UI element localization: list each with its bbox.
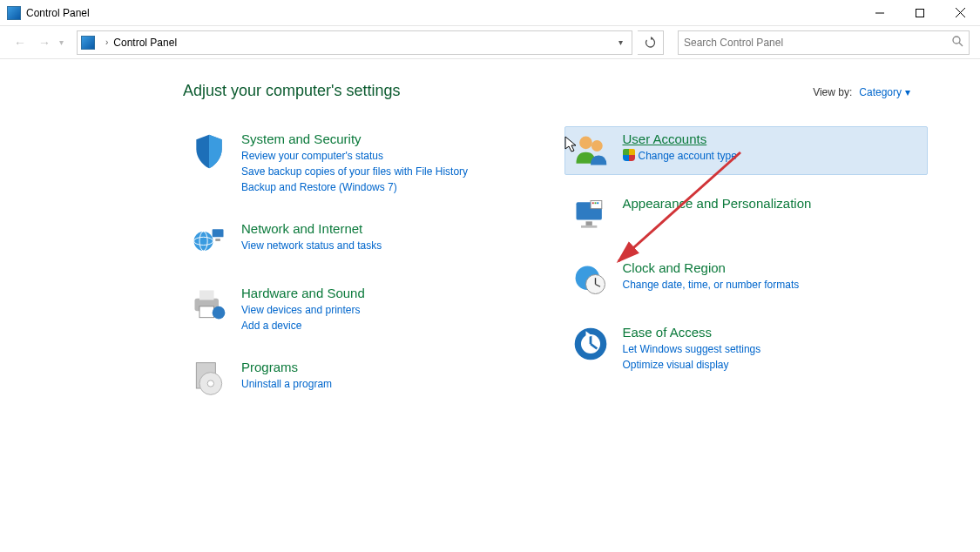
category-link[interactable]: Save backup copies of your files with Fi…	[241, 164, 540, 179]
shield-icon	[190, 131, 228, 170]
svg-point-17	[207, 380, 213, 387]
minimize-button[interactable]	[860, 0, 900, 25]
category-link[interactable]: View devices and printers	[241, 302, 540, 318]
view-by-value: Category	[859, 86, 902, 98]
search-icon	[951, 35, 963, 50]
title-bar: Control Panel	[0, 0, 980, 26]
category-clock-region[interactable]: Clock and Region Change date, time, or n…	[564, 255, 929, 304]
svg-rect-22	[591, 202, 593, 204]
app-icon	[7, 6, 21, 20]
refresh-button[interactable]	[638, 30, 664, 55]
svg-line-5	[959, 43, 963, 46]
forward-button[interactable]: →	[35, 33, 54, 52]
clock-globe-icon	[571, 260, 610, 299]
category-link[interactable]: View network status and tasks	[241, 238, 540, 253]
close-icon	[956, 8, 965, 17]
category-column-right: User Accounts Change account type Appear…	[564, 126, 929, 419]
address-bar[interactable]: › Control Panel ▾	[77, 30, 632, 55]
category-appearance-personalization[interactable]: Appearance and Personalization	[564, 191, 929, 239]
svg-rect-9	[213, 229, 224, 237]
svg-point-18	[579, 137, 592, 150]
access-icon	[571, 325, 610, 363]
globe-icon	[190, 221, 228, 259]
svg-point-4	[953, 37, 960, 44]
category-title[interactable]: Programs	[241, 360, 540, 374]
category-network-internet[interactable]: Network and Internet View network status…	[183, 216, 547, 265]
category-link[interactable]: Optimize visual display	[623, 357, 922, 373]
view-by-control: View by: Category ▾	[813, 86, 910, 98]
svg-point-19	[591, 140, 602, 151]
category-link[interactable]: Backup and Restore (Windows 7)	[241, 179, 540, 195]
category-programs[interactable]: Programs Uninstall a program	[183, 354, 547, 403]
search-input[interactable]	[684, 37, 951, 49]
maximize-icon	[916, 9, 924, 17]
category-title[interactable]: Network and Internet	[241, 221, 540, 236]
category-link[interactable]: Change account type	[623, 148, 922, 164]
svg-rect-12	[199, 291, 214, 300]
address-text[interactable]: Control Panel	[113, 37, 613, 49]
chevron-right-icon: ›	[105, 37, 108, 47]
svg-rect-13	[199, 306, 214, 318]
svg-rect-26	[581, 226, 597, 228]
category-title[interactable]: Hardware and Sound	[241, 286, 540, 300]
category-title[interactable]: Appearance and Personalization	[623, 196, 922, 211]
category-link[interactable]: Add a device	[241, 318, 540, 333]
category-title[interactable]: Ease of Access	[623, 325, 922, 340]
svg-rect-25	[585, 221, 591, 226]
svg-rect-21	[591, 201, 602, 209]
category-hardware-sound[interactable]: Hardware and Sound View devices and prin…	[183, 280, 547, 339]
back-button[interactable]: ←	[10, 33, 30, 52]
svg-point-14	[213, 306, 226, 320]
maximize-button[interactable]	[900, 0, 940, 25]
svg-rect-1	[916, 9, 924, 17]
close-button[interactable]	[940, 0, 980, 25]
disc-box-icon	[190, 360, 228, 398]
search-box[interactable]	[678, 30, 970, 55]
address-dropdown[interactable]: ▾	[613, 37, 628, 47]
category-title[interactable]: Clock and Region	[623, 260, 922, 275]
users-icon	[571, 131, 610, 170]
svg-rect-23	[594, 202, 596, 204]
address-icon	[81, 36, 95, 50]
category-link[interactable]: Let Windows suggest settings	[623, 341, 922, 357]
refresh-icon	[645, 37, 657, 49]
page-heading: Adjust your computer's settings	[183, 82, 401, 100]
chevron-down-icon: ▾	[905, 86, 910, 98]
category-system-security[interactable]: System and Security Review your computer…	[183, 126, 547, 200]
recent-locations-button[interactable]: ▾	[59, 37, 71, 47]
view-by-dropdown[interactable]: Category ▾	[859, 86, 910, 98]
category-column-left: System and Security Review your computer…	[183, 126, 547, 419]
category-link[interactable]: Uninstall a program	[241, 376, 540, 392]
svg-rect-24	[597, 202, 598, 204]
category-link[interactable]: Review your computer's status	[241, 148, 540, 164]
nav-bar: ← → ▾ › Control Panel ▾	[0, 26, 980, 59]
svg-rect-10	[215, 239, 220, 241]
category-link[interactable]: Change date, time, or number formats	[623, 277, 922, 293]
category-title[interactable]: System and Security	[241, 131, 540, 146]
category-title[interactable]: User Accounts	[623, 131, 922, 146]
category-ease-of-access[interactable]: Ease of Access Let Windows suggest setti…	[564, 320, 929, 378]
svg-point-6	[194, 232, 213, 251]
monitor-icon	[571, 196, 610, 234]
window-title: Control Panel	[26, 7, 860, 19]
view-by-label: View by:	[813, 86, 852, 98]
minimize-icon	[875, 9, 884, 17]
printer-icon	[190, 286, 228, 324]
category-user-accounts[interactable]: User Accounts Change account type	[564, 126, 929, 175]
